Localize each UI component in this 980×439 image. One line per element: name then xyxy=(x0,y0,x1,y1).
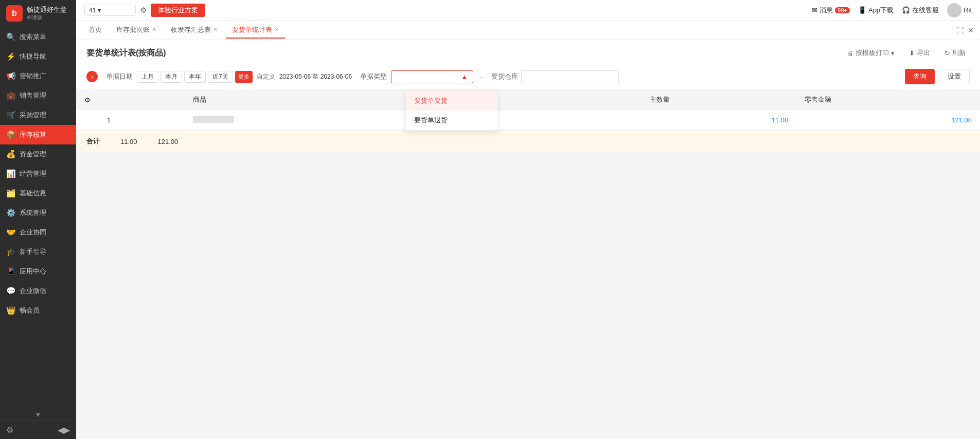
sidebar-item-inventory[interactable]: 📦 库存核算 xyxy=(0,125,76,144)
warehouse-filter-input[interactable] xyxy=(521,70,619,83)
refresh-label: 刷新 xyxy=(952,48,966,58)
topbar: 41 ▾ ⚙ 体验行业方案 ✉ 消息 99+ 📱 App下载 🎧 在线客服 R xyxy=(76,0,980,21)
sidebar-operation-label: 经营管理 xyxy=(20,169,46,178)
sidebar-base-label: 基础信息 xyxy=(20,189,46,198)
amount-link[interactable]: 121.00 xyxy=(951,116,972,124)
sidebar-item-member[interactable]: 👑 畅会员 xyxy=(0,301,76,320)
sidebar-item-app-center[interactable]: 📱 应用中心 xyxy=(0,262,76,281)
sidebar-search-label: 搜索菜单 xyxy=(20,32,46,42)
tab-receive-summary-close[interactable]: ✕ xyxy=(213,26,218,33)
date-last-month-btn[interactable]: 上月 xyxy=(137,71,158,83)
sidebar: b 畅捷通好生意 标准版 🔍 搜索菜单 ⚡ 快捷导航 📢 营销推广 💼 销售管理… xyxy=(0,0,76,439)
message-button[interactable]: ✉ 消息 99+ xyxy=(812,6,850,15)
tab-receive-summary[interactable]: 收发存汇总表 ✕ xyxy=(165,22,224,39)
app-download-button[interactable]: 📱 App下载 xyxy=(858,6,894,15)
sidebar-member-label: 畅会员 xyxy=(20,306,40,315)
summary-label: 合计 xyxy=(86,137,100,146)
headset-icon: 🎧 xyxy=(902,6,910,14)
filter-expand-button[interactable]: › xyxy=(86,71,98,82)
sidebar-item-search[interactable]: 🔍 搜索菜单 xyxy=(0,27,76,47)
dropdown-item-requisition-order[interactable]: 要货单要货 xyxy=(406,91,497,111)
sidebar-sales-label: 销售管理 xyxy=(20,91,46,100)
print-button[interactable]: 🖨 按模板打印 ▾ xyxy=(843,46,899,60)
base-icon: 🗂️ xyxy=(6,189,15,198)
summary-quantity: 11.00 xyxy=(120,138,137,145)
summary-bar: 合计 11.00 121.00 xyxy=(76,130,980,152)
inventory-icon: 📦 xyxy=(6,130,15,139)
sidebar-purchase-label: 采购管理 xyxy=(20,111,46,120)
topbar-left: 41 ▾ ⚙ 体验行业方案 xyxy=(84,4,804,17)
tabs-bar: 首页 库存批次账 ✕ 收发存汇总表 ✕ 要货单统计表 ✕ ⛶ ✕ xyxy=(76,21,980,40)
phone-icon: 📱 xyxy=(858,6,866,14)
row-quantity-cell: 11.00 xyxy=(642,110,797,130)
sidebar-nav: 🔍 搜索菜单 ⚡ 快捷导航 📢 营销推广 💼 销售管理 🛒 采购管理 📦 库存核… xyxy=(0,27,76,409)
date-more-btn[interactable]: 更多 xyxy=(235,71,253,83)
type-filter-input[interactable]: ▲ xyxy=(391,70,473,83)
online-service-button[interactable]: 🎧 在线客服 xyxy=(902,6,939,15)
system-icon: ⚙️ xyxy=(6,208,15,217)
main-area: 41 ▾ ⚙ 体验行业方案 ✉ 消息 99+ 📱 App下载 🎧 在线客服 R xyxy=(76,0,980,439)
print-icon: 🖨 xyxy=(847,49,853,57)
date-this-year-btn[interactable]: 本年 xyxy=(184,71,206,83)
filter-bar: › 单据日期 上月 本月 本年 近7天 更多 自定义 2023-05-06 至 … xyxy=(76,64,980,90)
data-table: ⚙ 商品 主计量单位 主数量 零售金额 1 xyxy=(76,90,980,130)
export-button[interactable]: ⬇ 导出 xyxy=(905,46,934,60)
refresh-icon: ↻ xyxy=(945,49,950,57)
gear-button[interactable]: ⚙ xyxy=(140,6,147,15)
tab-requisition-stats-close[interactable]: ✕ xyxy=(274,26,279,33)
sidebar-item-base[interactable]: 🗂️ 基础信息 xyxy=(0,184,76,203)
marketing-icon: 📢 xyxy=(6,71,15,81)
trial-button[interactable]: 体验行业方案 xyxy=(151,4,205,17)
date-range-display: 2023-05-06 至 2023-06-06 xyxy=(279,72,352,81)
date-this-month-btn[interactable]: 本月 xyxy=(161,71,182,83)
sidebar-scroll-down[interactable]: ▼ xyxy=(0,409,76,420)
maximize-icon[interactable]: ⛶ xyxy=(956,26,964,34)
print-chevron-icon: ▾ xyxy=(891,49,895,57)
sidebar-wechat-label: 企业微信 xyxy=(20,286,46,296)
row-amount-cell: 121.00 xyxy=(796,110,980,130)
date-filter-group: 单据日期 上月 本月 本年 近7天 更多 自定义 2023-05-06 至 20… xyxy=(106,71,352,83)
filter-actions: 查询 设置 xyxy=(905,69,970,84)
sidebar-item-sales[interactable]: 💼 销售管理 xyxy=(0,86,76,105)
filter-more-icon[interactable]: ··· xyxy=(477,73,483,81)
sidebar-item-marketing[interactable]: 📢 营销推广 xyxy=(0,66,76,86)
quantity-link[interactable]: 11.00 xyxy=(772,116,789,124)
message-label: 消息 xyxy=(819,6,833,15)
chevron-down-icon: ▼ xyxy=(35,411,41,418)
table-row: 1 块 11.00 121.00 xyxy=(76,110,980,130)
guide-icon: 🎓 xyxy=(6,247,15,257)
refresh-button[interactable]: ↻ 刷新 xyxy=(940,46,970,60)
sidebar-item-wechat[interactable]: 💬 企业微信 xyxy=(0,281,76,301)
row-seq-cell: 1 xyxy=(99,110,185,130)
tab-receive-summary-label: 收发存汇总表 xyxy=(171,25,211,34)
page-content: 要货单统计表(按商品) 🖨 按模板打印 ▾ ⬇ 导出 ↻ 刷新 › xyxy=(76,40,980,439)
sidebar-item-guide[interactable]: 🎓 新手引导 xyxy=(0,242,76,262)
sidebar-item-finance[interactable]: 💰 资金管理 xyxy=(0,144,76,164)
message-badge: 99+ xyxy=(835,7,850,13)
sidebar-item-operation[interactable]: 📊 经营管理 xyxy=(0,164,76,184)
tab-inventory-batch[interactable]: 库存批次账 ✕ xyxy=(110,22,163,39)
tab-home[interactable]: 首页 xyxy=(82,22,108,39)
company-selector[interactable]: 41 ▾ xyxy=(84,5,136,16)
column-settings-icon[interactable]: ⚙ xyxy=(84,96,91,104)
collapse-icon[interactable]: ◀▶ xyxy=(58,425,70,435)
sidebar-item-system[interactable]: ⚙️ 系统管理 xyxy=(0,203,76,223)
date-last-7days-btn[interactable]: 近7天 xyxy=(208,71,233,83)
sidebar-item-enterprise[interactable]: 🤝 企业协同 xyxy=(0,223,76,242)
settings-button[interactable]: 设置 xyxy=(939,69,970,84)
query-button[interactable]: 查询 xyxy=(905,69,935,84)
tab-inventory-batch-close[interactable]: ✕ xyxy=(152,26,156,33)
sidebar-item-shortcut[interactable]: ⚡ 快捷导航 xyxy=(0,47,76,66)
sidebar-item-purchase[interactable]: 🛒 采购管理 xyxy=(0,105,76,125)
dropdown-item-requisition-return[interactable]: 要货单退货 xyxy=(406,111,497,130)
page-header: 要货单统计表(按商品) 🖨 按模板打印 ▾ ⬇ 导出 ↻ 刷新 xyxy=(76,40,980,64)
close-all-icon[interactable]: ✕ xyxy=(968,26,974,34)
tab-requisition-stats[interactable]: 要货单统计表 ✕ xyxy=(226,22,285,39)
operation-icon: 📊 xyxy=(6,169,15,178)
settings-bottom-icon[interactable]: ⚙ xyxy=(6,425,13,435)
date-custom-btn[interactable]: 自定义 xyxy=(257,72,275,81)
type-dropdown: 要货单要货 要货单退货 xyxy=(405,90,498,131)
app-download-label: App下载 xyxy=(868,6,894,15)
company-number: 41 xyxy=(89,7,96,14)
user-profile-button[interactable]: Rit xyxy=(947,3,972,17)
